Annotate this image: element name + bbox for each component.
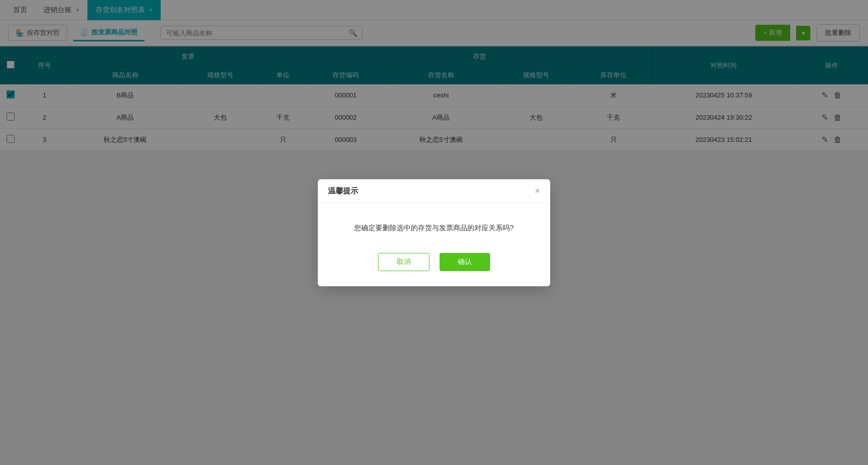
modal-overlay: 温馨提示 × 您确定要删除选中的存货与发票商品的对应关系吗? 取消 确认	[0, 0, 868, 151]
